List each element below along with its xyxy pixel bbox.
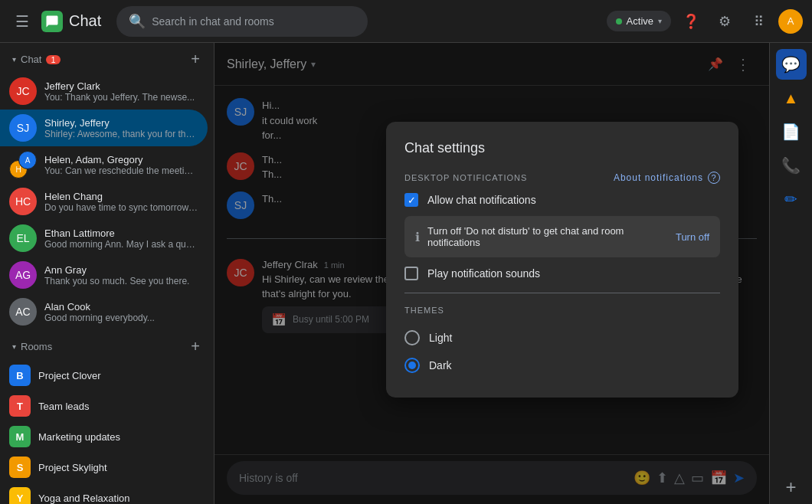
room-item-clover[interactable]: B Project Clover xyxy=(0,360,208,391)
topbar: ☰ Chat 🔍 Active ▾ ❓ ⚙ ⠿ A xyxy=(0,0,812,43)
chat-item-ethan[interactable]: EL Ethan Lattimore Good morning Ann. May… xyxy=(0,220,208,257)
apps-button[interactable]: ⠿ xyxy=(745,8,772,35)
rooms-section-toggle[interactable]: ▾ Rooms xyxy=(12,341,52,352)
main-layout: ▾ Chat 1 + JC Jeffery Clark You: Thank y… xyxy=(0,43,812,504)
desktop-notifications-label: DESKTOP NOTIFICATIONS xyxy=(404,173,527,182)
chat-name-ethan: Ethan Lattimore xyxy=(44,227,198,239)
allow-chat-label: Allow chat notifications xyxy=(427,194,536,206)
dnd-text: Turn off 'Do not disturb' to get chat an… xyxy=(427,225,668,248)
chat-preview-shirley: Shirley: Awesome, thank you for the... xyxy=(44,129,198,139)
chat-name-helen-chang: Helen Chang xyxy=(44,191,198,202)
room-icon-yoga: Y xyxy=(9,487,31,504)
new-chat-button[interactable]: + xyxy=(189,49,201,70)
modal-title: Chat settings xyxy=(404,140,720,156)
menu-icon[interactable]: ☰ xyxy=(9,6,35,37)
rs-drive-icon[interactable]: ▲ xyxy=(776,83,807,113)
chat-name-jeffery: Jeffery Clark xyxy=(44,80,198,92)
chat-item-shirley[interactable]: SJ Shirley, Jeffery Shirley: Awesome, th… xyxy=(0,110,208,146)
dnd-notice: ℹ Turn off 'Do not disturb' to get chat … xyxy=(404,216,720,257)
search-bar[interactable]: 🔍 xyxy=(116,6,368,37)
chat-toggle-icon: ▾ xyxy=(12,55,16,64)
about-notifications-icon: ? xyxy=(708,172,720,184)
avatar-alan: AC xyxy=(9,298,37,326)
chat-section-label: Chat xyxy=(21,54,41,65)
room-icon-clover: B xyxy=(9,365,31,386)
user-avatar[interactable]: A xyxy=(778,9,803,34)
chat-name-shirley: Shirley, Jeffery xyxy=(44,117,198,129)
app-logo xyxy=(41,11,63,32)
themes-section: Light Dark xyxy=(404,324,720,379)
play-sounds-label: Play notification sounds xyxy=(427,267,540,280)
app-title: Chat xyxy=(69,12,101,30)
search-input[interactable] xyxy=(152,15,355,28)
theme-light-label: Light xyxy=(429,332,452,344)
new-room-button[interactable]: + xyxy=(189,336,201,357)
check-icon: ✓ xyxy=(408,195,416,206)
chat-item-alan[interactable]: AC Alan Cook Good morning everybody... xyxy=(0,293,208,330)
rooms-toggle-icon: ▾ xyxy=(12,342,16,351)
room-icon-marketing: M xyxy=(9,426,31,447)
chat-item-helen-chang[interactable]: HC Helen Chang Do you have time to sync … xyxy=(0,183,208,220)
chat-name-ann: Ann Gray xyxy=(44,264,198,276)
avatar-ann: AG xyxy=(9,261,37,289)
chat-preview-alan: Good morning everybody... xyxy=(44,313,198,323)
room-name-yoga: Yoga and Relaxation xyxy=(38,493,130,504)
chat-name-alan: Alan Cook xyxy=(44,301,198,313)
room-item-yoga[interactable]: Y Yoga and Relaxation xyxy=(0,483,208,504)
room-name-marketing: Marketing updates xyxy=(38,431,120,443)
dnd-icon: ℹ xyxy=(415,230,420,244)
about-notifications-link[interactable]: About notifications ? xyxy=(614,172,720,184)
theme-light-row[interactable]: Light xyxy=(404,324,720,352)
play-sounds-row: Play notification sounds xyxy=(404,267,720,280)
chat-section-toggle[interactable]: ▾ Chat 1 xyxy=(12,54,61,65)
desktop-notifications-section: DESKTOP NOTIFICATIONS About notification… xyxy=(404,172,720,184)
avatar-jeffery: JC xyxy=(9,77,37,105)
chat-logo-icon xyxy=(45,15,59,28)
chat-item-ann[interactable]: AG Ann Gray Thank you so much. See you t… xyxy=(0,257,208,293)
theme-dark-row[interactable]: Dark xyxy=(404,352,720,379)
theme-dark-radio[interactable] xyxy=(404,358,420,373)
theme-dark-label: Dark xyxy=(429,359,452,371)
avatar-ethan: EL xyxy=(9,224,37,252)
room-name-team-leads: Team leads xyxy=(38,401,89,412)
chat-preview-ann: Thank you so much. See you there. xyxy=(44,276,198,286)
status-label: Active xyxy=(627,15,653,27)
room-icon-team-leads: T xyxy=(9,395,31,417)
themes-section-label: THEMES xyxy=(404,306,720,315)
room-item-marketing[interactable]: M Marketing updates xyxy=(0,421,208,452)
modal-divider xyxy=(404,293,720,293)
rs-docs-icon[interactable]: 📄 xyxy=(776,116,807,147)
help-button[interactable]: ❓ xyxy=(677,8,705,35)
chat-preview-jeffery: You: Thank you Jeffery. The newse... xyxy=(44,92,198,103)
right-sidebar: 💬 ▲ 📄 📞 ✏ + xyxy=(769,43,812,504)
turn-off-button[interactable]: Turn off xyxy=(676,231,709,243)
play-sounds-checkbox[interactable] xyxy=(404,267,418,280)
avatar-helen-chang: HC xyxy=(9,188,37,215)
rooms-section-label: Rooms xyxy=(21,341,52,352)
status-arrow-icon: ▾ xyxy=(658,17,662,25)
sidebar: ▾ Chat 1 + JC Jeffery Clark You: Thank y… xyxy=(0,43,214,504)
status-button[interactable]: Active ▾ xyxy=(607,11,671,31)
status-dot xyxy=(616,18,622,25)
allow-chat-checkbox[interactable]: ✓ xyxy=(404,193,418,207)
chat-preview-ethan: Good morning Ann. May I ask a question? xyxy=(44,239,198,250)
chat-badge: 1 xyxy=(46,55,60,64)
rs-meet-icon[interactable]: 📞 xyxy=(776,150,807,181)
search-icon: 🔍 xyxy=(129,13,146,30)
chat-preview-helen-adam: You: Can we reschedule the meeting for..… xyxy=(44,165,198,176)
theme-light-radio[interactable] xyxy=(404,330,420,345)
avatar-helen-adam: H A xyxy=(9,151,37,178)
rs-chat-icon[interactable]: 💬 xyxy=(776,49,807,80)
settings-button[interactable]: ⚙ xyxy=(711,8,738,35)
room-item-team-leads[interactable]: T Team leads xyxy=(0,391,208,421)
allow-chat-notifications-row: ✓ Allow chat notifications xyxy=(404,193,720,207)
chat-preview-helen-chang: Do you have time to sync tomorrow mori..… xyxy=(44,202,198,213)
chat-item-helen-adam[interactable]: H A Helen, Adam, Gregory You: Can we res… xyxy=(0,146,208,183)
rs-add-button[interactable]: + xyxy=(785,476,796,498)
rs-calendar-icon[interactable]: ✏ xyxy=(776,184,807,214)
room-item-skylight[interactable]: S Project Skylight xyxy=(0,452,208,483)
chat-item-jeffery[interactable]: JC Jeffery Clark You: Thank you Jeffery.… xyxy=(0,73,208,110)
chat-name-helen-adam: Helen, Adam, Gregory xyxy=(44,154,198,165)
rooms-section-header: ▾ Rooms + xyxy=(0,330,214,360)
avatar-shirley: SJ xyxy=(9,114,37,142)
